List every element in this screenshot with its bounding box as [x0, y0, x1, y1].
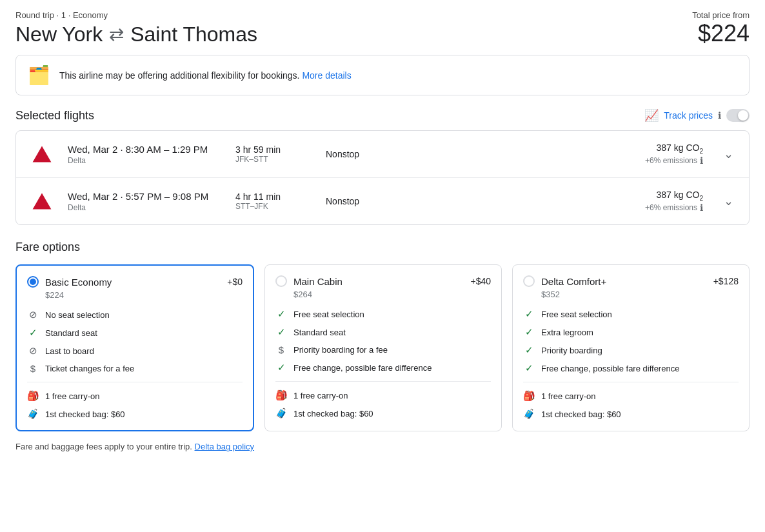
- check-icon: ✓: [275, 362, 287, 373]
- dollar-icon: $: [27, 363, 39, 374]
- fare-comfort-radio[interactable]: [523, 275, 535, 287]
- fare-card-basic[interactable]: Basic Economy +$0 $224 ⊘ No seat selecti…: [15, 264, 254, 431]
- flight-2-airline: Delta: [68, 203, 223, 212]
- flight-1-emissions-main: 387 kg CO2: [403, 143, 703, 155]
- more-details-link[interactable]: More details: [302, 70, 351, 81]
- flight-2-time: Wed, Mar 2 · 5:57 PM – 9:08 PM: [68, 191, 223, 202]
- emissions-1-info-icon[interactable]: ℹ: [700, 155, 703, 166]
- check-icon: ✓: [523, 362, 535, 374]
- fare-card-main[interactable]: Main Cabin +$40 $264 ✓ Free seat selecti…: [264, 264, 502, 431]
- radio-inner: [30, 279, 36, 285]
- list-item: ⊘ Last to board: [27, 345, 243, 357]
- fare-comfort-header: Delta Comfort+ +$128: [523, 275, 739, 287]
- fare-divider: [523, 382, 739, 382]
- flight-1-duration-text: 3 hr 59 min: [235, 144, 313, 155]
- top-bar: Round trip · 1 · Economy New York ⇄ Sain…: [15, 10, 750, 47]
- list-item: 🎒 1 free carry-on: [275, 389, 491, 401]
- list-item: ✓ Free seat selection: [523, 308, 739, 320]
- list-item: ✓ Priority boarding: [523, 344, 739, 356]
- flight-1-route: JFK–STT: [235, 155, 313, 164]
- flight-2-times: 5:57 PM – 9:08 PM: [126, 191, 208, 202]
- flight-2-emissions-main: 387 kg CO2: [403, 190, 703, 202]
- trend-icon: 📈: [644, 108, 659, 123]
- route-info: Round trip · 1 · Economy New York ⇄ Sain…: [15, 10, 257, 46]
- list-item: ✓ Extra legroom: [523, 326, 739, 338]
- fare-card-comfort[interactable]: Delta Comfort+ +$128 $352 ✓ Free seat se…: [512, 264, 750, 431]
- trip-meta: Round trip · 1 · Economy: [15, 10, 257, 20]
- trip-meta-text: Round trip · 1 · Economy: [15, 10, 108, 20]
- bag-check-icon: 🧳: [275, 408, 287, 419]
- total-price: $224: [692, 20, 750, 47]
- no-icon: ⊘: [27, 345, 39, 357]
- dollar-icon: $: [275, 344, 287, 355]
- flight-2-duration-text: 4 hr 11 min: [235, 192, 313, 202]
- bag-check-icon: 🧳: [523, 408, 535, 420]
- track-prices-container: 📈 Track prices ℹ: [644, 108, 750, 123]
- fare-main-diff: +$40: [470, 276, 491, 286]
- flight-2-details: Wed, Mar 2 · 5:57 PM – 9:08 PM Delta: [68, 191, 223, 212]
- fare-basic-bag-features: 🎒 1 free carry-on 🧳 1st checked bag: $60: [27, 390, 243, 420]
- selected-flights-header: Selected flights 📈 Track prices ℹ: [15, 108, 750, 123]
- fare-divider: [275, 381, 491, 382]
- fare-basic-features: ⊘ No seat selection ✓ Standard seat ⊘ La…: [27, 309, 243, 374]
- fare-comfort-price: $352: [541, 290, 739, 299]
- fare-main-name: Main Cabin: [293, 276, 343, 287]
- fare-basic-radio-name: Basic Economy: [27, 276, 112, 288]
- list-item: ⊘ No seat selection: [27, 309, 243, 320]
- flight-2-route: STT–JFK: [235, 202, 313, 211]
- toggle-knob: [738, 110, 748, 121]
- flight-1-expand-button[interactable]: ⌄: [721, 144, 736, 164]
- list-item: ✓ Free change, possible fare difference: [523, 362, 739, 374]
- delta-bag-policy-link[interactable]: Delta bag policy: [195, 442, 255, 451]
- bag-icon: 🎒: [275, 389, 287, 401]
- flight-2-stops: Nonstop: [326, 196, 390, 206]
- price-label: Total price from: [692, 10, 750, 20]
- track-prices-info-icon[interactable]: ℹ: [718, 110, 721, 121]
- fare-main-header: Main Cabin +$40: [275, 275, 491, 287]
- flight-2-expand-button[interactable]: ⌄: [721, 192, 736, 211]
- fare-comfort-features: ✓ Free seat selection ✓ Extra legroom ✓ …: [523, 308, 739, 374]
- flight-2-emissions: 387 kg CO2 +6% emissions ℹ: [403, 190, 703, 213]
- list-item: ✓ Standard seat: [27, 327, 243, 339]
- flight-1-stops: Nonstop: [326, 149, 390, 159]
- bag-check-icon: 🧳: [27, 408, 39, 420]
- fare-basic-header: Basic Economy +$0: [27, 276, 243, 288]
- check-icon: ✓: [27, 327, 39, 339]
- flexibility-banner: 🗂️ This airline may be offering addition…: [15, 55, 750, 95]
- fare-basic-name: Basic Economy: [45, 277, 112, 288]
- check-icon: ✓: [523, 308, 535, 320]
- banner-text: This airline may be offering additional …: [59, 70, 352, 81]
- track-prices-label[interactable]: Track prices: [664, 110, 713, 121]
- flight-1-details: Wed, Mar 2 · 8:30 AM – 1:29 PM Delta: [68, 144, 223, 165]
- list-item: 🧳 1st checked bag: $60: [27, 408, 243, 420]
- emissions-2-info-icon[interactable]: ℹ: [700, 202, 703, 213]
- flight-1-emissions-sub: +6% emissions ℹ: [403, 155, 703, 166]
- flight-1-emissions: 387 kg CO2 +6% emissions ℹ: [403, 143, 703, 166]
- fare-basic-radio[interactable]: [27, 276, 39, 288]
- delta-logo-1: [29, 141, 55, 167]
- flight-2-duration: 4 hr 11 min STT–JFK: [235, 192, 313, 211]
- track-prices-toggle[interactable]: [726, 109, 750, 122]
- flight-2-emissions-sub: +6% emissions ℹ: [403, 202, 703, 213]
- flight-1-date: Wed, Mar 2: [68, 144, 117, 155]
- list-item: ✓ Free seat selection: [275, 308, 491, 320]
- list-item: ✓ Standard seat: [275, 326, 491, 338]
- flexibility-icon: 🗂️: [28, 64, 50, 86]
- check-icon: ✓: [523, 326, 535, 338]
- fare-main-radio[interactable]: [275, 275, 287, 287]
- flight-1-duration: 3 hr 59 min JFK–STT: [235, 144, 313, 164]
- destination-city: Saint Thomas: [130, 23, 257, 46]
- fare-comfort-name: Delta Comfort+: [541, 276, 606, 287]
- fare-basic-price: $224: [45, 290, 243, 300]
- fare-main-features: ✓ Free seat selection ✓ Standard seat $ …: [275, 308, 491, 373]
- fare-comfort-diff: +$128: [713, 276, 739, 286]
- list-item: 🧳 1st checked bag: $60: [523, 408, 739, 420]
- flight-1-airline: Delta: [68, 156, 223, 165]
- selected-flights-title: Selected flights: [15, 109, 94, 123]
- fare-main-price: $264: [293, 290, 491, 299]
- check-icon: ✓: [275, 308, 287, 320]
- fare-main-radio-name: Main Cabin: [275, 275, 343, 287]
- list-item: ✓ Free change, possible fare difference: [275, 362, 491, 373]
- list-item: $ Priority boarding for a fee: [275, 344, 491, 355]
- flights-container: Wed, Mar 2 · 8:30 AM – 1:29 PM Delta 3 h…: [15, 130, 750, 225]
